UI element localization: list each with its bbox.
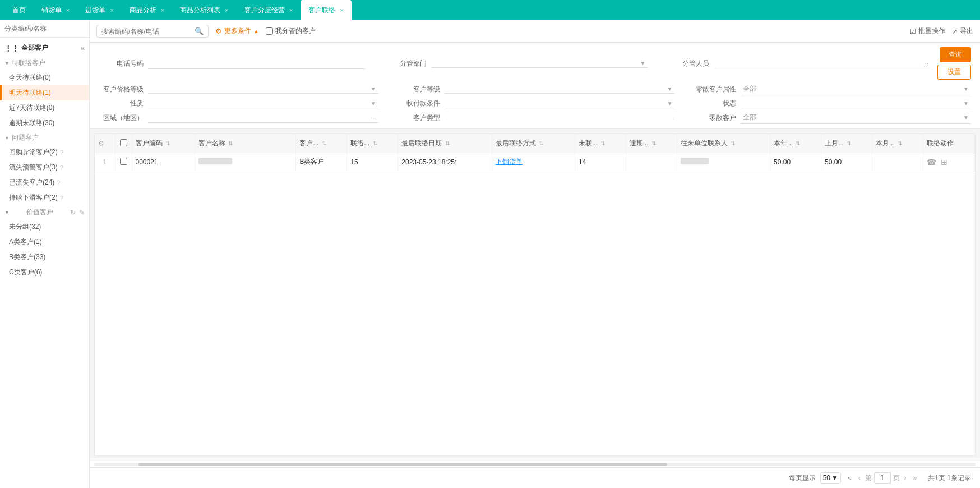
nav-customer-tiering[interactable]: 客户分层经营 × bbox=[237, 0, 301, 20]
first-page-btn[interactable]: « bbox=[845, 473, 854, 483]
sidebar-item-tomorrow-contact[interactable]: 明天待联络(1) bbox=[0, 85, 89, 100]
col-header-overdue[interactable]: 逾期... ⇅ bbox=[626, 134, 677, 153]
my-customers-check[interactable] bbox=[266, 27, 273, 35]
filter-row-4: 区域（地区） ··· 客户类型 零散客户 bbox=[99, 112, 971, 124]
table-gear-icon[interactable]: ⚙ bbox=[98, 140, 104, 148]
nav-customer-contact[interactable]: 客户联络 × bbox=[301, 0, 351, 20]
col-header-contact-person[interactable]: 往来单位联系人 ⇅ bbox=[677, 134, 770, 153]
sidebar-item-churned[interactable]: 已流失客户(24) ? bbox=[0, 175, 89, 190]
select-all-checkbox[interactable] bbox=[120, 139, 127, 146]
export-btn[interactable]: ↗ 导出 bbox=[952, 26, 973, 36]
export-icon: ↗ bbox=[952, 27, 958, 35]
col-header-this-year[interactable]: 本年... ⇅ bbox=[770, 134, 821, 153]
prev-page-btn[interactable]: ‹ bbox=[856, 473, 863, 483]
col-header-last-month[interactable]: 上月... ⇅ bbox=[821, 134, 872, 153]
nav-home[interactable]: 首页 bbox=[4, 0, 34, 20]
nav-product-analysis[interactable]: 商品分析 × bbox=[122, 0, 172, 20]
sidebar-collapse-icon[interactable]: « bbox=[81, 44, 85, 52]
col-header-type[interactable]: 客户... ⇅ bbox=[296, 134, 347, 153]
scroll-thumb[interactable] bbox=[138, 463, 667, 466]
filter-retail-attr-select[interactable]: 全部 ▼ bbox=[741, 83, 971, 95]
status-chevron-icon: ▼ bbox=[963, 100, 969, 107]
last-page-btn[interactable]: » bbox=[911, 473, 919, 483]
sidebar-search-input[interactable] bbox=[4, 25, 89, 33]
table-header-row: ⚙ 客户编码 ⇅ 客户名称 ⇅ bbox=[95, 134, 975, 153]
row-actions: ☎ ⊞ bbox=[923, 153, 974, 171]
filter-retail-customer-select[interactable]: 全部 ▼ bbox=[741, 112, 971, 124]
region-dots-icon[interactable]: ··· bbox=[371, 114, 376, 121]
col-header-code[interactable]: 客户编码 ⇅ bbox=[132, 134, 195, 153]
sidebar-item-class-c[interactable]: C类客户(6) bbox=[0, 265, 89, 280]
filter-icon: ⚙ bbox=[215, 27, 222, 35]
data-table-wrap: ⚙ 客户编码 ⇅ 客户名称 ⇅ bbox=[94, 133, 976, 456]
refresh-value-icon[interactable]: ↻ bbox=[70, 209, 76, 217]
more-conditions-btn[interactable]: ⚙ 更多条件 ▲ bbox=[215, 26, 259, 36]
col-header-last-method[interactable]: 最后联络方式 ⇅ bbox=[492, 134, 575, 153]
close-product-analysis-list-icon[interactable]: × bbox=[225, 7, 228, 13]
col-header-last-date[interactable]: 最后联络日期 ⇅ bbox=[398, 134, 492, 153]
col-header-name[interactable]: 客户名称 ⇅ bbox=[195, 134, 296, 153]
col-header-not-contacted[interactable]: 未联... ⇅ bbox=[575, 134, 626, 153]
search-input-wrap: 🔍 bbox=[96, 25, 209, 38]
retail-customer-chevron-icon: ▼ bbox=[963, 114, 969, 121]
filter-gender-select[interactable]: ▼ bbox=[148, 99, 378, 108]
close-customer-tiering-icon[interactable]: × bbox=[289, 7, 293, 13]
filter-manager-select[interactable]: ··· bbox=[714, 59, 931, 68]
batch-op-btn[interactable]: ☑ 批量操作 bbox=[910, 26, 945, 36]
dept-chevron-icon: ▼ bbox=[640, 60, 645, 66]
next-page-btn[interactable]: › bbox=[902, 473, 909, 483]
filter-status-select[interactable]: ▼ bbox=[741, 99, 971, 108]
filter-dept: 分管部门 ▼ bbox=[382, 59, 648, 68]
close-customer-contact-icon[interactable]: × bbox=[340, 7, 343, 13]
page-size-select[interactable]: 50 ▼ bbox=[820, 472, 841, 484]
filter-row-3: 性质 ▼ 收付款条件 ▼ 状态 bbox=[99, 99, 971, 108]
search-input[interactable] bbox=[101, 27, 192, 35]
nav-purchase-order[interactable]: 进货单 × bbox=[77, 0, 121, 20]
horizontal-scrollbar[interactable] bbox=[90, 461, 980, 467]
sidebar-item-repurchase-abnormal[interactable]: 回购异常客户(2) ? bbox=[0, 145, 89, 160]
row-action-grid-icon[interactable]: ⊞ bbox=[941, 158, 947, 167]
close-purchase-order-icon[interactable]: × bbox=[110, 7, 113, 13]
col-header-contact-count[interactable]: 联络... ⇅ bbox=[347, 134, 398, 153]
query-button[interactable]: 查询 bbox=[940, 47, 971, 62]
my-customers-checkbox[interactable]: 我分管的客户 bbox=[266, 26, 316, 36]
sidebar-item-7days-contact[interactable]: 近7天待联络(0) bbox=[0, 100, 89, 116]
filter-phone-input[interactable] bbox=[148, 58, 365, 69]
row-this-month bbox=[872, 153, 923, 171]
filter-price-grade-select[interactable]: ▼ bbox=[148, 85, 378, 94]
edit-value-icon[interactable]: ✎ bbox=[79, 209, 85, 217]
page-number-input[interactable] bbox=[874, 472, 891, 484]
value-customers-group-title: 价值客户 ↻ ✎ bbox=[0, 205, 89, 219]
price-grade-chevron-icon: ▼ bbox=[371, 86, 376, 92]
scroll-track bbox=[94, 463, 976, 466]
setting-button[interactable]: 设置 bbox=[937, 65, 971, 80]
nav-sales-order[interactable]: 销货单 × bbox=[34, 0, 77, 20]
sidebar-item-overdue-contact[interactable]: 逾期未联络(30) bbox=[0, 116, 89, 131]
row-last-method[interactable]: 下销货单 bbox=[492, 153, 575, 171]
sidebar-item-ungrouped[interactable]: 未分组(32) bbox=[0, 219, 89, 234]
filter-customer-grade-select[interactable]: ▼ bbox=[445, 85, 675, 94]
col-header-this-month[interactable]: 本月... ⇅ bbox=[872, 134, 923, 153]
sidebar-item-today-contact[interactable]: 今天待联络(0) bbox=[0, 70, 89, 85]
row-action-phone-icon[interactable]: ☎ bbox=[927, 158, 936, 167]
close-product-analysis-icon[interactable]: × bbox=[161, 7, 164, 13]
sidebar-item-class-a[interactable]: A类客户(1) bbox=[0, 234, 89, 250]
sidebar-item-churn-warning[interactable]: 流失预警客户(3) ? bbox=[0, 160, 89, 175]
filter-gender: 性质 ▼ bbox=[99, 99, 378, 108]
filter-customer-type-select[interactable] bbox=[445, 117, 675, 119]
row-checkbox[interactable] bbox=[120, 158, 127, 165]
search-icon[interactable]: 🔍 bbox=[195, 27, 204, 35]
sidebar-item-declining[interactable]: 持续下滑客户(2) ? bbox=[0, 190, 89, 205]
help-icon-churn: ? bbox=[60, 164, 63, 171]
nav-product-analysis-list[interactable]: 商品分析列表 × bbox=[172, 0, 236, 20]
sort-icon-type: ⇅ bbox=[322, 140, 326, 146]
filter-region-select[interactable]: ··· bbox=[148, 113, 378, 123]
close-sales-order-icon[interactable]: × bbox=[66, 7, 70, 13]
filter-dept-select[interactable]: ▼ bbox=[431, 59, 648, 68]
manager-dots-icon[interactable]: ··· bbox=[923, 60, 928, 67]
filter-payment-select[interactable]: ▼ bbox=[445, 99, 675, 108]
sidebar-item-class-b[interactable]: B类客户(33) bbox=[0, 250, 89, 265]
search-right-actions: ☑ 批量操作 ↗ 导出 bbox=[910, 26, 973, 36]
help-icon-repurchase: ? bbox=[60, 149, 63, 156]
gear-col-header: ⚙ bbox=[95, 134, 115, 153]
